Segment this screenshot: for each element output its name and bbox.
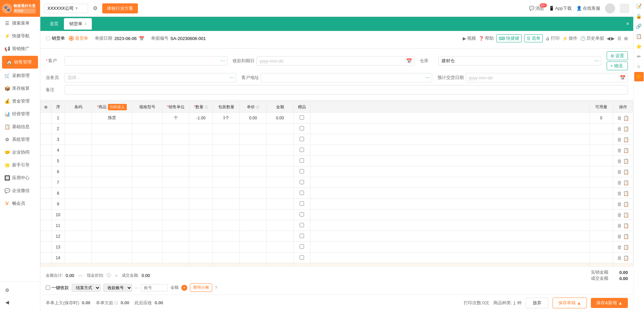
cell-pkgqty[interactable] <box>213 220 240 231</box>
cell-qty[interactable] <box>189 252 213 263</box>
right-panel-alert-btn[interactable]: 🔶 <box>634 72 644 81</box>
gift-check[interactable] <box>300 212 304 217</box>
cell-unit[interactable] <box>162 145 189 156</box>
logistics-button[interactable]: + 物流 <box>607 62 628 70</box>
copy-row-btn[interactable]: 📋 <box>623 115 629 121</box>
cell-amount[interactable] <box>267 199 294 209</box>
select-btn[interactable]: ☰ 选单 <box>524 34 543 42</box>
cell-barcode[interactable] <box>65 220 92 231</box>
right-panel-star-btn[interactable]: ⭐ <box>634 42 644 51</box>
cell-pkgqty[interactable] <box>213 123 240 134</box>
radio-return-order[interactable]: 退货单 <box>69 35 88 41</box>
sidebar-item-member[interactable]: V 畅会员 <box>0 197 40 210</box>
help-btn[interactable]: ❓ 帮助 <box>479 35 494 41</box>
cell-qty[interactable]: -1.00 <box>189 113 213 123</box>
cell-barcode[interactable] <box>65 166 92 177</box>
cell-product[interactable] <box>92 209 132 220</box>
account-select[interactable]: 收款账号 <box>103 284 132 292</box>
copy-row-btn[interactable]: 📋 <box>623 158 629 164</box>
view-list-btn[interactable]: ☰ <box>617 36 621 41</box>
cell-spec[interactable] <box>132 209 162 220</box>
cell-barcode[interactable] <box>65 252 92 263</box>
cell-unit[interactable] <box>162 199 189 209</box>
cell-product[interactable] <box>92 231 132 242</box>
cell-spec[interactable] <box>132 242 162 252</box>
cell-pkgqty[interactable] <box>213 156 240 166</box>
copy-row-btn[interactable]: 📋 <box>623 126 629 131</box>
cell-unit[interactable] <box>162 188 189 199</box>
sidebar-item-inventory[interactable]: 📦 库存核算 <box>0 82 40 95</box>
cell-spec[interactable] <box>132 113 162 123</box>
gift-check[interactable] <box>300 158 304 163</box>
right-panel-note-btn[interactable]: 📝 <box>634 1 644 11</box>
cell-amount[interactable] <box>267 231 294 242</box>
cell-product[interactable] <box>92 134 132 145</box>
sidebar-item-system[interactable]: ⚙ 系统管理 <box>0 133 40 146</box>
cell-spec[interactable] <box>132 134 162 145</box>
cell-qty[interactable] <box>189 177 213 188</box>
cell-pkgqty[interactable] <box>213 188 240 199</box>
nav-next-btn[interactable]: ▶ <box>611 36 615 41</box>
cell-unit[interactable]: 个 <box>162 113 189 123</box>
cell-desc[interactable] <box>310 145 590 156</box>
gift-check[interactable] <box>300 169 304 173</box>
sidebar-item-marketing[interactable]: 📢 营销推广 <box>0 42 40 55</box>
cell-desc[interactable] <box>310 166 590 177</box>
cell-qty[interactable] <box>189 166 213 177</box>
delete-row-btn[interactable]: 🗑 <box>617 148 622 153</box>
cell-unit[interactable] <box>162 123 189 134</box>
delete-row-btn[interactable]: 🗑 <box>617 180 622 185</box>
cell-pkgqty[interactable] <box>213 242 240 252</box>
cell-price[interactable] <box>240 199 267 209</box>
cell-pkgqty[interactable] <box>213 166 240 177</box>
copy-row-btn[interactable]: 📋 <box>623 180 629 185</box>
cell-gift[interactable] <box>294 177 310 188</box>
cell-unit[interactable] <box>162 209 189 220</box>
right-panel-lock-btn[interactable]: 🔒 <box>634 11 644 21</box>
tab-close-icon[interactable]: × <box>84 22 86 26</box>
cell-barcode[interactable] <box>65 134 92 145</box>
cell-spec[interactable] <box>132 166 162 177</box>
tab-sales-order[interactable]: 销货单 × <box>64 18 92 30</box>
cell-qty[interactable] <box>189 220 213 231</box>
radio-sales-order[interactable]: 销货单 <box>46 35 65 41</box>
add-payment-btn[interactable]: + <box>181 285 187 291</box>
cell-qty[interactable] <box>189 199 213 209</box>
user-menu-btn[interactable] <box>620 4 629 13</box>
copy-row-btn[interactable]: 📋 <box>623 255 629 261</box>
sidebar-item-sales[interactable]: 🏠 销售管理 <box>2 56 38 69</box>
cell-price[interactable] <box>240 145 267 156</box>
cell-product[interactable] <box>92 145 132 156</box>
cell-amount[interactable] <box>267 134 294 145</box>
copy-row-btn[interactable]: 📋 <box>623 244 629 250</box>
gift-check[interactable] <box>300 137 304 141</box>
delivery-date-input[interactable]: yyyy-mm-dd 📅 <box>466 73 628 82</box>
sidebar-item-purchase[interactable]: 🛒 采购管理 <box>0 69 40 82</box>
cell-price[interactable] <box>240 188 267 199</box>
sidebar-item-finance[interactable]: 💰 资金管理 <box>0 95 40 108</box>
app-download-btn[interactable]: 📱 App下载 <box>549 5 572 11</box>
sidebar-settings-btn[interactable]: ⚙ <box>0 284 40 296</box>
copy-row-btn[interactable]: 📋 <box>623 148 629 153</box>
gift-check[interactable] <box>300 244 304 249</box>
cell-barcode[interactable] <box>65 199 92 209</box>
setting-button[interactable]: ⚙ 设置 <box>607 51 628 60</box>
cell-product[interactable] <box>92 220 132 231</box>
cell-barcode[interactable] <box>65 177 92 188</box>
one-click-pay-check[interactable] <box>46 285 50 290</box>
gift-check[interactable] <box>300 180 304 184</box>
online-support-btn[interactable]: 👤 在线客服 <box>576 5 600 11</box>
cell-desc[interactable] <box>310 242 590 252</box>
cell-desc[interactable] <box>310 252 590 263</box>
customer-addr-input[interactable]: ··· <box>261 73 432 82</box>
cell-amount[interactable] <box>267 123 294 134</box>
cell-desc[interactable] <box>310 134 590 145</box>
nav-prev-btn[interactable]: ◀ <box>607 36 610 41</box>
cell-desc[interactable] <box>310 156 590 166</box>
cell-pkgqty[interactable] <box>213 199 240 209</box>
th-settings[interactable]: ⚙ <box>41 102 51 113</box>
payment-dots[interactable]: ··· <box>135 285 138 290</box>
cell-pkgqty[interactable] <box>213 145 240 156</box>
notes-input[interactable] <box>65 85 628 94</box>
cell-spec[interactable] <box>132 188 162 199</box>
